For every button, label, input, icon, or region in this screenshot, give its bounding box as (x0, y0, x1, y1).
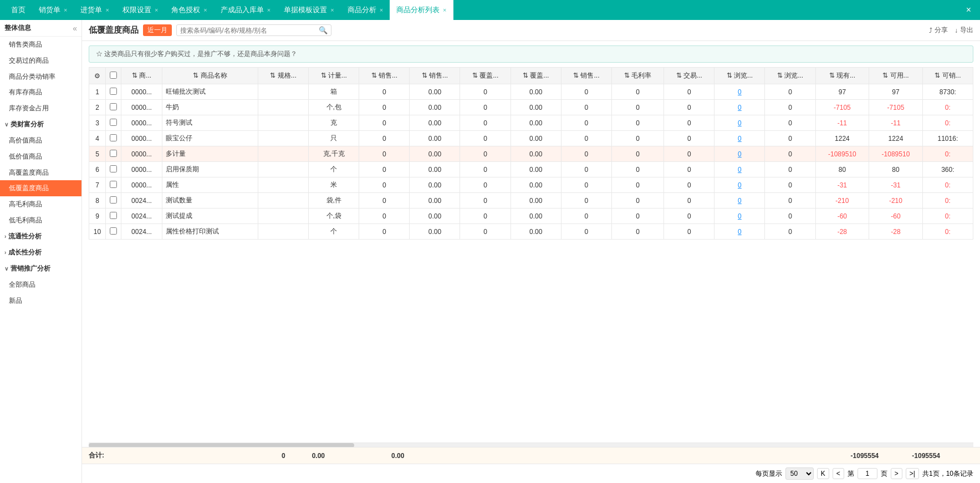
row-select-checkbox[interactable] (110, 196, 117, 204)
search-icon[interactable]: 🔍 (319, 26, 328, 34)
prev-page-button[interactable]: < (833, 468, 844, 479)
browse-link[interactable]: 0 (738, 166, 742, 174)
col-code-header[interactable]: ⇅ 商... (121, 68, 162, 84)
row-checkbox[interactable] (106, 224, 121, 240)
nav-purchase[interactable]: 进货单 × (74, 0, 115, 20)
col-coverage1-header[interactable]: ⇅ 覆盖... (460, 68, 511, 84)
col-name-header[interactable]: ⇅ 商品名称 (162, 68, 258, 84)
nav-auth-settings[interactable]: 权限设置 × (116, 0, 165, 20)
close-icon[interactable]: × (203, 7, 207, 13)
search-input[interactable] (180, 27, 319, 34)
row-select-checkbox[interactable] (110, 227, 117, 235)
close-icon[interactable]: × (380, 7, 383, 13)
sidebar-section-wealth[interactable]: ∨ 类财富分析 (0, 116, 81, 133)
row-select-checkbox[interactable] (110, 119, 117, 126)
row-select-checkbox[interactable] (110, 150, 117, 157)
browse-link[interactable]: 0 (738, 197, 742, 205)
sidebar-section-marketing[interactable]: ∨ 营销推广分析 (0, 261, 81, 277)
window-close-button[interactable]: × (962, 5, 976, 15)
sidebar-item-low-margin[interactable]: 低毛利商品 (0, 212, 81, 228)
sidebar-item-high-margin[interactable]: 高毛利商品 (0, 196, 81, 212)
nav-home[interactable]: 首页 (4, 0, 32, 20)
last-page-button[interactable]: >| (906, 468, 919, 479)
col-available-header[interactable]: ⇅ 可用... (869, 68, 923, 84)
share-button[interactable]: ⤴ 分享 (929, 26, 948, 35)
sidebar-item-low-coverage[interactable]: 低覆盖度商品 (0, 180, 81, 196)
page-number-input[interactable] (858, 468, 877, 479)
row-checkbox[interactable] (106, 162, 121, 177)
browse-link[interactable]: 0 (738, 135, 742, 143)
row-select-checkbox[interactable] (110, 181, 117, 188)
sidebar-item-high-coverage[interactable]: 高覆盖度商品 (0, 165, 81, 181)
browse-link[interactable]: 0 (738, 104, 742, 111)
col-spec-header[interactable]: ⇅ 规格... (258, 68, 308, 84)
close-icon[interactable]: × (64, 7, 67, 13)
row-checkbox[interactable] (106, 177, 121, 193)
browse-link[interactable]: 0 (738, 212, 742, 220)
sidebar-item-stock-products[interactable]: 有库存商品 (0, 84, 81, 100)
row-select-checkbox[interactable] (110, 88, 117, 95)
sidebar-section-growth[interactable]: › 成长性分析 (0, 245, 81, 261)
close-icon[interactable]: × (267, 7, 270, 13)
row-select-checkbox[interactable] (110, 103, 117, 110)
settings-icon[interactable]: ⚙ (94, 72, 100, 80)
row-checkbox[interactable] (106, 146, 121, 162)
browse-link[interactable]: 0 (738, 88, 742, 96)
row-browse2: 0 (765, 115, 815, 131)
col-gross-margin-header[interactable]: ⇅ 毛利率 (611, 68, 663, 84)
sidebar-section-liquidity[interactable]: › 流通性分析 (0, 228, 81, 245)
nav-role-auth[interactable]: 角色授权 × (165, 0, 213, 20)
sidebar-item-traded-products[interactable]: 交易过的商品 (0, 53, 81, 69)
browse-link[interactable]: 0 (738, 150, 742, 158)
row-checkbox[interactable] (106, 131, 121, 146)
col-settings[interactable]: ⚙ (89, 68, 106, 84)
col-unit-header[interactable]: ⇅ 计量... (309, 68, 359, 84)
close-icon[interactable]: × (155, 7, 158, 13)
row-checkbox[interactable] (106, 100, 121, 115)
select-all-checkbox[interactable] (110, 72, 117, 79)
col-sales-days-header[interactable]: ⇅ 销售... (561, 68, 611, 84)
nav-sales[interactable]: 销货单 × (32, 0, 74, 20)
row-coverage1: 0 (460, 100, 511, 115)
row-checkbox[interactable] (106, 115, 121, 131)
page-size-select[interactable]: 50 100 200 (785, 467, 814, 480)
nav-product-analysis[interactable]: 商品分析 × (341, 0, 390, 20)
sidebar-item-stock-capital[interactable]: 库存资金占用 (0, 100, 81, 116)
col-browse1-header[interactable]: ⇅ 浏览... (714, 68, 765, 84)
col-transaction-header[interactable]: ⇅ 交易... (664, 68, 714, 84)
close-icon[interactable]: × (443, 7, 446, 13)
nav-product-analysis-list[interactable]: 商品分析列表 × (390, 0, 453, 20)
col-current-stock-header[interactable]: ⇅ 现有... (815, 68, 869, 84)
export-button[interactable]: ↓ 导出 (955, 26, 973, 35)
browse-link[interactable]: 0 (738, 119, 742, 127)
row-select-checkbox[interactable] (110, 134, 117, 141)
sidebar-item-all-products[interactable]: 全部商品 (0, 277, 81, 293)
date-filter-button[interactable]: 近一月 (143, 24, 172, 36)
close-icon[interactable]: × (105, 7, 109, 13)
nav-product-warehouse[interactable]: 产成品入库单 × (214, 0, 277, 20)
col-sellable-header[interactable]: ⇅ 可销... (922, 68, 973, 84)
sidebar-collapse-button[interactable]: « (73, 24, 77, 33)
row-checkbox[interactable] (106, 84, 121, 100)
col-coverage2-header[interactable]: ⇅ 覆盖... (511, 68, 561, 84)
row-checkbox[interactable] (106, 209, 121, 224)
col-browse2-header[interactable]: ⇅ 浏览... (765, 68, 815, 84)
close-icon[interactable]: × (330, 7, 334, 13)
horizontal-scrollbar[interactable] (89, 443, 973, 447)
row-select-checkbox[interactable] (110, 212, 117, 219)
next-page-button[interactable]: > (891, 468, 902, 479)
row-select-checkbox[interactable] (110, 165, 117, 172)
col-checkbox[interactable] (106, 68, 121, 84)
nav-template-settings[interactable]: 单据模板设置 × (277, 0, 340, 20)
browse-link[interactable]: 0 (738, 228, 742, 236)
sidebar-item-sales-products[interactable]: 销售类商品 (0, 37, 81, 53)
first-page-button[interactable]: K (817, 468, 829, 479)
sidebar-item-new-products[interactable]: 新品 (0, 293, 81, 309)
row-checkbox[interactable] (106, 193, 121, 209)
sidebar-item-low-value[interactable]: 低价值商品 (0, 149, 81, 165)
browse-link[interactable]: 0 (738, 181, 742, 189)
col-sales-amt-header[interactable]: ⇅ 销售... (410, 68, 460, 84)
sidebar-item-category-turnover[interactable]: 商品分类动销率 (0, 69, 81, 85)
col-sales-qty-header[interactable]: ⇅ 销售... (359, 68, 410, 84)
sidebar-item-high-value[interactable]: 高价值商品 (0, 133, 81, 149)
